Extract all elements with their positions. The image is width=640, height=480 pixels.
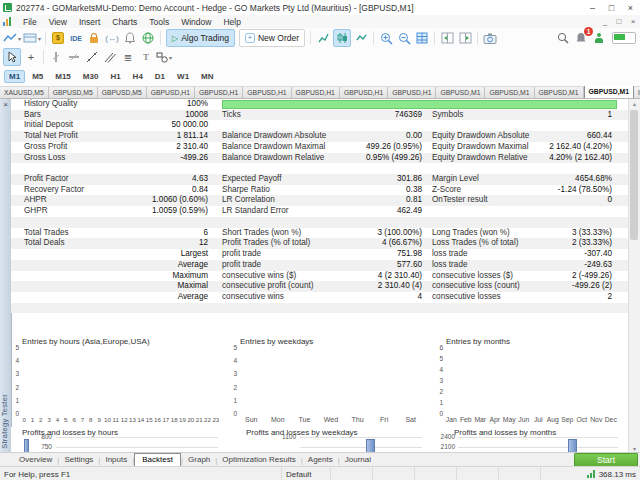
timeframe-mn[interactable]: MN	[196, 70, 218, 83]
menu-item-help[interactable]: Help	[217, 17, 246, 27]
tester-tab-settings[interactable]: Settings	[59, 454, 98, 466]
chart-tab[interactable]: GBPUSD,M5	[49, 87, 98, 98]
stat-label: Equity Drawdown Absolute	[432, 131, 529, 142]
timeframe-h4[interactable]: H4	[128, 70, 148, 83]
stats-cell: Expected Payoff301.86	[213, 174, 425, 185]
menu-item-insert[interactable]: Insert	[73, 17, 106, 27]
chart-tab[interactable]: GBPUSD,H1	[195, 87, 243, 98]
mdi-restore-button[interactable]: □	[612, 17, 626, 26]
timeframe-m30[interactable]: M30	[78, 70, 104, 83]
mdi-minimize-button[interactable]: _	[598, 17, 612, 26]
minimize-button[interactable]: –	[583, 0, 602, 15]
stats-cell: Symbols1	[425, 110, 619, 121]
y-axis-tick: 1	[225, 397, 237, 404]
notifications-bell-icon[interactable]: 1	[573, 30, 589, 46]
timeframe-d1[interactable]: D1	[150, 70, 170, 83]
stat-label: Ticks	[222, 110, 241, 121]
scroll-up-icon[interactable]: ▴	[629, 100, 640, 107]
search-icon[interactable]	[555, 30, 571, 46]
chart-tab[interactable]: GBPUSD,H1	[147, 87, 195, 98]
connection-toggle[interactable]	[612, 32, 636, 44]
tester-tab-overview[interactable]: Overview	[14, 454, 57, 466]
menu-item-view[interactable]: View	[43, 17, 73, 27]
new-order-button[interactable]: + New Order	[239, 29, 305, 47]
chart-tab[interactable]: GBPUSD,H1	[340, 87, 388, 98]
chart-tab[interactable]: GBPUSD,M1	[535, 87, 584, 98]
chart-tab[interactable]: GBPUSD,H1	[388, 87, 436, 98]
vertical-line-tool-icon[interactable]	[48, 49, 64, 65]
mdi-close-button[interactable]: ×	[626, 17, 640, 26]
chart-profile-icon[interactable]: ▾	[23, 30, 41, 46]
tester-tab-backtest[interactable]: Backtest	[134, 453, 181, 467]
menu-item-window[interactable]: Window	[175, 17, 217, 27]
ide-icon[interactable]: IDE	[68, 30, 84, 46]
shift-chart-right-icon[interactable]	[457, 30, 473, 46]
chart-tab[interactable]: GBPUSD,M5	[98, 87, 147, 98]
status-bar: For Help, press F1 Default 368.13 ms	[0, 466, 640, 480]
shapes-tool-icon[interactable]: ▾	[156, 49, 172, 65]
chart-tab[interactable]: GBPUSD,M1	[485, 87, 534, 98]
fibonacci-tool-icon[interactable]: ≣	[120, 49, 136, 65]
web-terminal-icon[interactable]	[140, 30, 156, 46]
menu-item-tools[interactable]: Tools	[143, 17, 175, 27]
tester-tab-optimization-results[interactable]: Optimization Results	[217, 454, 300, 466]
algo-trading-button[interactable]: ▷ Algo Trading	[166, 29, 235, 47]
community-person-icon[interactable]	[591, 30, 607, 46]
connection-signal-icon	[587, 470, 596, 478]
trendline-tool-icon[interactable]	[84, 49, 100, 65]
text-tool-icon[interactable]: T	[138, 49, 154, 65]
stat-value: 2 310.40	[176, 142, 208, 153]
chart-type-line-icon[interactable]: ▾	[3, 30, 21, 46]
tile-windows-icon[interactable]	[414, 30, 430, 46]
history-quality-progress-bar	[222, 100, 617, 109]
timeframe-m5[interactable]: M5	[27, 70, 48, 83]
stats-cell	[425, 206, 619, 217]
zoom-in-icon[interactable]	[378, 30, 394, 46]
close-button[interactable]: ×	[621, 0, 640, 15]
horizontal-line-tool-icon[interactable]	[66, 49, 82, 65]
market-watch-icon[interactable]: $	[50, 30, 66, 46]
timeframe-m1[interactable]: M1	[4, 70, 25, 83]
lock-icon[interactable]	[86, 30, 102, 46]
maximize-button[interactable]: □	[602, 0, 621, 15]
tick-chart-icon[interactable]	[315, 30, 331, 46]
chart-tab[interactable]: XAUUSD,M5	[0, 87, 49, 98]
menu-item-charts[interactable]: Charts	[106, 17, 143, 27]
tester-tab-agents[interactable]: Agents	[303, 454, 338, 466]
chart-tab[interactable]: GBPUSD,H1	[292, 87, 340, 98]
start-button[interactable]: Start	[574, 453, 638, 467]
tester-close-icon[interactable]: ×	[0, 100, 11, 109]
profile-status[interactable]: Default	[281, 467, 331, 480]
cursor-tool-icon[interactable]	[3, 48, 21, 66]
timeframe-h1[interactable]: H1	[105, 70, 125, 83]
chart-tab[interactable]: Inside Quant	[634, 87, 640, 98]
x-axis-tick: 12	[120, 416, 128, 423]
shift-chart-left-icon[interactable]	[439, 30, 455, 46]
line-chart-mode-icon[interactable]	[353, 30, 369, 46]
stats-cell: Z-Score-1.24 (78.50%)	[425, 185, 619, 196]
channel-tool-icon[interactable]	[102, 49, 118, 65]
tester-tab-journal[interactable]: Journal	[340, 454, 376, 466]
crosshair-tool-icon[interactable]: +	[23, 49, 39, 65]
menu-item-file[interactable]: File	[17, 17, 43, 27]
depth-of-market-icon[interactable]: (↔)	[104, 30, 120, 46]
tester-tab-inputs[interactable]: Inputs	[100, 454, 132, 466]
zoom-out-icon[interactable]	[396, 30, 412, 46]
stat-value: 1	[607, 110, 612, 121]
alerts-bell-icon[interactable]	[122, 30, 138, 46]
y-axis-tick: 1	[11, 397, 19, 404]
chart-tab[interactable]: GBPUSD,M1	[436, 87, 485, 98]
timeframe-m15[interactable]: M15	[50, 70, 76, 83]
bar-chart-mode-icon[interactable]	[333, 29, 351, 47]
scrollbar-thumb[interactable]	[630, 110, 638, 240]
stat-value: -499.26	[180, 153, 208, 164]
chart-tab[interactable]: GBPUSD,H1	[243, 87, 291, 98]
stat-value: -249.63	[584, 260, 612, 271]
scroll-down-icon[interactable]: ▾	[629, 445, 640, 452]
timeframe-w1[interactable]: W1	[172, 70, 194, 83]
stats-cell: Recovery Factor0.84	[11, 185, 213, 196]
tester-scrollbar[interactable]: ▴ ▾	[628, 99, 640, 453]
chart-tab[interactable]: GBPUSD,M1	[584, 86, 634, 98]
tester-tab-graph[interactable]: Graph	[183, 454, 215, 466]
screenshot-camera-icon[interactable]	[482, 30, 498, 46]
